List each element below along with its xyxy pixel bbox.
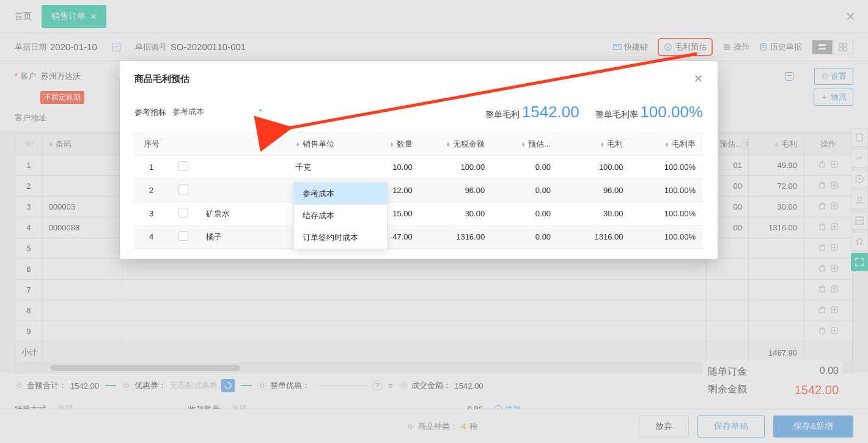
col-qty[interactable]: ▲▼数量 <box>354 133 420 156</box>
checkbox-icon[interactable] <box>178 185 188 194</box>
cell-seq: 1 <box>134 156 168 179</box>
cell-rate: 100.00% <box>630 179 703 202</box>
cell-profit: 100.00 <box>558 156 630 179</box>
modal-table: 序号 ▲▼销售单位 ▲▼数量 ▲▼无税金额 ▲▼预估... ▲▼毛利 ▲▼毛利率… <box>134 133 703 249</box>
checkbox-icon[interactable] <box>178 231 188 241</box>
cell-checkbox[interactable] <box>168 202 199 225</box>
cell-checkbox[interactable] <box>168 225 199 249</box>
cell-pred: 0.00 <box>492 202 558 225</box>
cell-qty: 10.00 <box>354 156 420 179</box>
cell-rate: 100.00% <box>630 225 703 249</box>
checkbox-icon[interactable] <box>178 161 188 171</box>
col-seq[interactable]: 序号 <box>134 133 168 156</box>
col-profit[interactable]: ▲▼毛利 <box>558 133 630 156</box>
cell-unit: 千克 <box>288 156 354 179</box>
profit-modal: 商品毛利预估 ✕ 参考指标 参考成本 ⌄ 整单毛利 1542.00 整单毛利率 … <box>120 61 718 259</box>
cell-profit: 1316.00 <box>558 225 630 249</box>
cell-amount: 30.00 <box>420 202 492 225</box>
close-icon[interactable]: ✕ <box>694 72 703 86</box>
col-name[interactable] <box>199 133 288 156</box>
table-row[interactable]: 1千克10.00100.000.00100.00100.00% <box>134 156 703 179</box>
cell-rate: 100.00% <box>630 202 703 225</box>
cell-name: 橘子 <box>199 225 288 249</box>
col-unit[interactable]: ▲▼销售单位 <box>288 133 354 156</box>
table-row[interactable]: 3矿泉水瓶15.0030.000.0030.00100.00% <box>134 202 703 225</box>
cell-checkbox[interactable] <box>168 156 199 179</box>
table-row[interactable]: 2包12.0096.000.0096.00100.00% <box>134 179 703 202</box>
cell-seq: 4 <box>134 225 168 249</box>
metric-label: 参考指标 <box>134 107 166 118</box>
cell-seq: 3 <box>134 202 168 225</box>
col-pred[interactable]: ▲▼预估... <box>492 133 558 156</box>
col-amount[interactable]: ▲▼无税金额 <box>420 133 492 156</box>
cell-name: 矿泉水 <box>199 202 288 225</box>
metric-option[interactable]: 订单签约时成本 <box>294 227 387 249</box>
table-row[interactable]: 4橘子千克47.001316.000.001316.00100.00% <box>134 225 703 249</box>
cell-amount: 100.00 <box>420 156 492 179</box>
modal-title: 商品毛利预估 <box>134 73 189 85</box>
metric-select[interactable]: 参考成本 ⌄ <box>172 106 264 118</box>
cell-rate: 100.00% <box>630 156 703 179</box>
cell-pred: 0.00 <box>492 179 558 202</box>
chevron-up-icon: ⌄ <box>257 108 264 117</box>
cell-seq: 2 <box>134 179 168 202</box>
cell-pred: 0.00 <box>492 225 558 249</box>
metric-option[interactable]: 结存成本 <box>294 205 387 227</box>
cell-pred: 0.00 <box>492 156 558 179</box>
metric-option[interactable]: 参考成本 <box>294 183 387 205</box>
stat-rate-value: 100.00% <box>640 103 703 121</box>
metric-value: 参考成本 <box>172 106 204 117</box>
col-rate[interactable]: ▲▼毛利率 <box>630 133 703 156</box>
cell-name <box>199 156 288 179</box>
stat-profit-value: 1542.00 <box>522 103 579 121</box>
checkbox-icon[interactable] <box>178 208 188 218</box>
stat-rate-label: 整单毛利率 <box>595 109 638 119</box>
metric-dropdown: 参考成本 结存成本 订单签约时成本 <box>293 182 388 249</box>
col-check[interactable] <box>168 133 199 156</box>
cell-name <box>199 179 288 202</box>
cell-checkbox[interactable] <box>168 179 199 202</box>
cell-amount: 1316.00 <box>420 225 492 249</box>
cell-profit: 96.00 <box>558 179 630 202</box>
cell-amount: 96.00 <box>420 179 492 202</box>
stat-profit-label: 整单毛利 <box>485 109 520 119</box>
cell-profit: 30.00 <box>558 202 630 225</box>
